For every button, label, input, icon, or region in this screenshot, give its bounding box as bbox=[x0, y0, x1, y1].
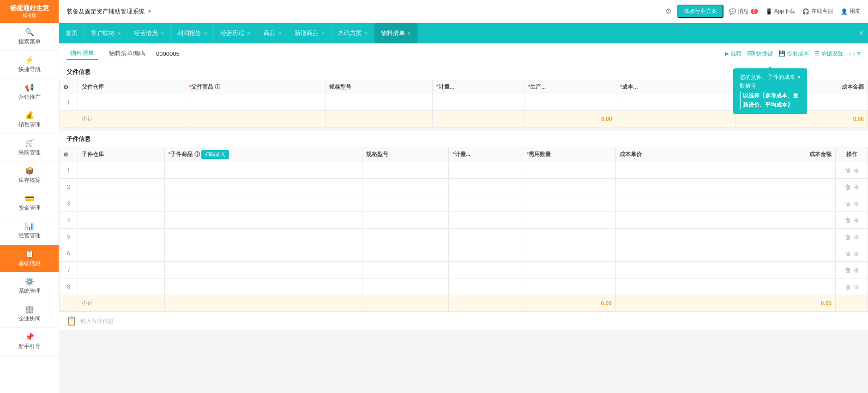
child-cell-qty-unit-8[interactable] bbox=[449, 278, 523, 295]
close-tab-barcode[interactable]: × bbox=[365, 30, 368, 36]
online-service-item[interactable]: 🎧 在线客服 bbox=[802, 7, 833, 15]
copy-row-7-btn[interactable]: ⊕ bbox=[854, 266, 859, 274]
app-download-item[interactable]: 📱 App下载 bbox=[766, 7, 795, 15]
child-cell-amount-3[interactable] bbox=[702, 195, 836, 212]
close-all-tabs[interactable]: × bbox=[855, 23, 868, 43]
child-cell-warehouse-6[interactable] bbox=[78, 245, 165, 262]
child-cell-goods-7[interactable] bbox=[164, 262, 362, 278]
tab-profit[interactable]: 利润报告 × bbox=[171, 23, 214, 43]
page-next-btn[interactable]: › bbox=[853, 50, 855, 57]
delete-row-3-btn[interactable]: 🗑 bbox=[844, 200, 851, 207]
shortcut-btn[interactable]: ⌨ 快捷键 bbox=[747, 50, 773, 58]
note-text[interactable]: 输入备注信息 bbox=[80, 317, 114, 325]
tab-bom[interactable]: 物料清单 × bbox=[374, 23, 417, 43]
close-tab-history[interactable]: × bbox=[247, 30, 250, 36]
gear-icon[interactable]: ⚙ bbox=[665, 7, 672, 16]
child-cell-warehouse-1[interactable] bbox=[78, 162, 165, 179]
child-cell-warehouse-8[interactable] bbox=[78, 278, 165, 295]
copy-row-6-btn[interactable]: ⊕ bbox=[854, 250, 859, 257]
parent-cell-warehouse-1[interactable] bbox=[78, 94, 185, 111]
close-tab-profit[interactable]: × bbox=[204, 30, 207, 36]
child-cell-qty-unit-2[interactable] bbox=[449, 179, 523, 195]
list-view-btn[interactable]: ≡ bbox=[857, 50, 861, 57]
copy-row-2-btn[interactable]: ⊕ bbox=[854, 183, 859, 191]
child-cell-goods-3[interactable] bbox=[164, 195, 362, 212]
child-cell-goods-4[interactable] bbox=[164, 212, 362, 229]
delete-row-5-btn[interactable]: 🗑 bbox=[844, 233, 851, 241]
sidebar-item-purchase[interactable]: 🛒 采购管理 bbox=[0, 134, 59, 162]
delete-row-4-btn[interactable]: 🗑 bbox=[844, 217, 851, 224]
child-cell-needed-qty-8[interactable] bbox=[523, 278, 615, 295]
child-cell-unit-cost-8[interactable] bbox=[615, 278, 702, 295]
child-cell-unit-cost-5[interactable] bbox=[615, 229, 702, 245]
tab-customer[interactable]: 客户联络 × bbox=[84, 23, 127, 43]
parent-cell-cost-1[interactable] bbox=[616, 94, 708, 111]
child-cell-spec-1[interactable] bbox=[362, 162, 449, 179]
delete-row-6-btn[interactable]: 🗑 bbox=[844, 250, 851, 257]
child-cell-qty-unit-7[interactable] bbox=[449, 262, 523, 278]
sidebar-item-inventory[interactable]: 📦 库存核算 bbox=[0, 162, 59, 189]
child-cell-amount-8[interactable] bbox=[702, 278, 836, 295]
message-item[interactable]: 💬 消息 6 bbox=[729, 7, 758, 15]
child-cell-unit-cost-7[interactable] bbox=[615, 262, 702, 278]
child-cell-amount-2[interactable] bbox=[702, 179, 836, 195]
user-item[interactable]: 👤 用友 bbox=[841, 7, 861, 15]
child-cell-warehouse-4[interactable] bbox=[78, 212, 165, 229]
child-cell-amount-7[interactable] bbox=[702, 262, 836, 278]
tooltip-close-btn[interactable]: × bbox=[797, 73, 801, 82]
child-cell-goods-1[interactable] bbox=[164, 162, 362, 179]
delete-row-7-btn[interactable]: 🗑 bbox=[844, 266, 851, 274]
scan-input-btn[interactable]: 扫码录入 bbox=[201, 150, 229, 159]
child-cell-spec-7[interactable] bbox=[362, 262, 449, 278]
video-btn[interactable]: ▶ 视频 bbox=[725, 50, 741, 58]
parent-cell-qty-1[interactable] bbox=[432, 94, 524, 111]
subheader-tab-bom[interactable]: 物料清单 bbox=[66, 47, 98, 60]
child-col-settings[interactable]: ⚙ bbox=[60, 147, 78, 162]
child-cell-needed-qty-5[interactable] bbox=[523, 229, 615, 245]
child-cell-qty-unit-3[interactable] bbox=[449, 195, 523, 212]
child-cell-goods-6[interactable] bbox=[164, 245, 362, 262]
child-cell-goods-8[interactable] bbox=[164, 278, 362, 295]
delete-row-1-btn[interactable]: 🗑 bbox=[844, 167, 851, 174]
copy-row-1-btn[interactable]: ⊕ bbox=[854, 167, 859, 174]
delete-row-8-btn[interactable]: 🗑 bbox=[844, 283, 851, 290]
copy-row-5-btn[interactable]: ⊕ bbox=[854, 233, 859, 241]
child-cell-warehouse-7[interactable] bbox=[78, 262, 165, 278]
child-cell-amount-5[interactable] bbox=[702, 229, 836, 245]
child-cell-amount-6[interactable] bbox=[702, 245, 836, 262]
single-setting-btn[interactable]: ☰ 单据设置 bbox=[814, 50, 843, 58]
parent-col-settings[interactable]: ⚙ bbox=[60, 80, 78, 94]
parent-cell-spec-1[interactable] bbox=[325, 94, 432, 111]
child-cell-unit-cost-3[interactable] bbox=[615, 195, 702, 212]
sidebar-item-sales[interactable]: 💰 销售管理 bbox=[0, 106, 59, 134]
child-cell-qty-unit-4[interactable] bbox=[449, 212, 523, 229]
child-cell-warehouse-2[interactable] bbox=[78, 179, 165, 195]
tab-new-goods[interactable]: 新增商品 × bbox=[288, 23, 331, 43]
close-tab-bom[interactable]: × bbox=[408, 30, 410, 36]
sidebar-item-marketing[interactable]: 📢 营销推广 bbox=[0, 79, 59, 106]
child-cell-qty-unit-1[interactable] bbox=[449, 162, 523, 179]
child-cell-spec-5[interactable] bbox=[362, 229, 449, 245]
tab-goods[interactable]: 商品 × bbox=[257, 23, 288, 43]
child-cell-needed-qty-2[interactable] bbox=[523, 179, 615, 195]
sidebar-item-guide[interactable]: 📌 新手引导 bbox=[0, 328, 59, 356]
tab-barcode[interactable]: 条码方案 × bbox=[332, 23, 374, 43]
tab-business[interactable]: 经营情况 × bbox=[127, 23, 170, 43]
child-cell-spec-3[interactable] bbox=[362, 195, 449, 212]
sidebar-item-finance[interactable]: 💳 资金管理 bbox=[0, 189, 59, 217]
child-cell-qty-unit-6[interactable] bbox=[449, 245, 523, 262]
child-cell-unit-cost-4[interactable] bbox=[615, 212, 702, 229]
parent-cell-produce-1[interactable] bbox=[524, 94, 616, 111]
child-cell-warehouse-5[interactable] bbox=[78, 229, 165, 245]
child-cell-amount-4[interactable] bbox=[702, 212, 836, 229]
extract-cost-btn[interactable]: 💾 提取成本 bbox=[778, 50, 809, 58]
child-cell-spec-2[interactable] bbox=[362, 179, 449, 195]
child-cell-unit-cost-1[interactable] bbox=[615, 162, 702, 179]
child-cell-needed-qty-1[interactable] bbox=[523, 162, 615, 179]
close-tab-new-goods[interactable]: × bbox=[321, 30, 324, 36]
child-cell-goods-5[interactable] bbox=[164, 229, 362, 245]
child-cell-warehouse-3[interactable] bbox=[78, 195, 165, 212]
sidebar-item-search[interactable]: 🔍 搜索菜单 bbox=[0, 23, 59, 51]
sidebar-item-operation[interactable]: 📊 经营管理 bbox=[0, 217, 59, 245]
child-cell-unit-cost-2[interactable] bbox=[615, 179, 702, 195]
